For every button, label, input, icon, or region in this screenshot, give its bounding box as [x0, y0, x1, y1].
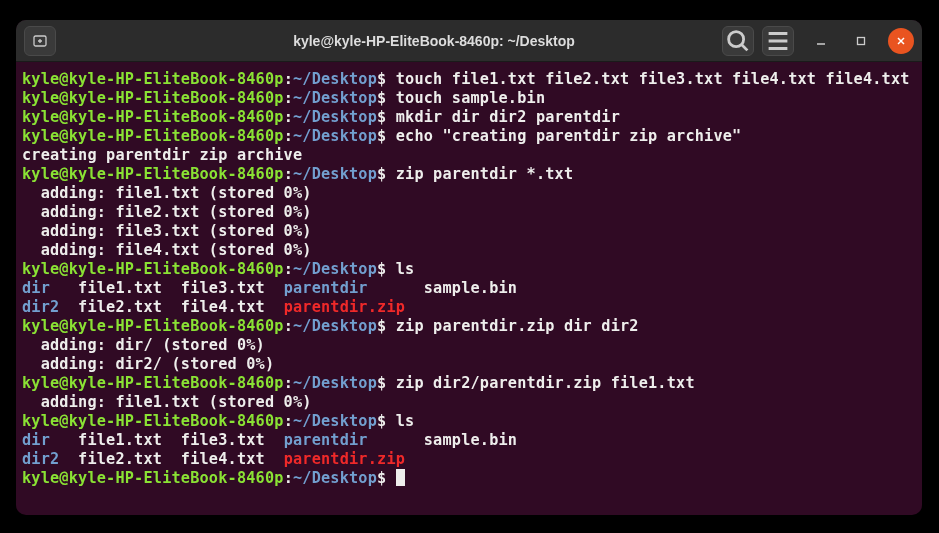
close-button[interactable]: [888, 28, 914, 54]
terminal-line: kyle@kyle-HP-EliteBook-8460p:~/Desktop$ …: [22, 374, 916, 393]
new-tab-icon: [32, 33, 48, 49]
ls-row: dir file1.txt file3.txt parentdir sample…: [22, 431, 916, 450]
hamburger-icon: [763, 26, 793, 56]
search-icon: [723, 26, 753, 56]
terminal-line: kyle@kyle-HP-EliteBook-8460p:~/Desktop$ …: [22, 165, 916, 184]
terminal-output: adding: dir2/ (stored 0%): [22, 355, 916, 374]
close-icon: [896, 36, 906, 46]
titlebar: kyle@kyle-HP-EliteBook-8460p: ~/Desktop: [16, 20, 922, 62]
terminal-line: kyle@kyle-HP-EliteBook-8460p:~/Desktop$ …: [22, 108, 916, 127]
terminal-line: kyle@kyle-HP-EliteBook-8460p:~/Desktop$ …: [22, 70, 916, 89]
terminal-body[interactable]: kyle@kyle-HP-EliteBook-8460p:~/Desktop$ …: [16, 62, 922, 496]
svg-rect-9: [858, 37, 865, 44]
terminal-output: adding: file1.txt (stored 0%): [22, 393, 916, 412]
terminal-output: adding: file3.txt (stored 0%): [22, 222, 916, 241]
terminal-window: kyle@kyle-HP-EliteBook-8460p: ~/Desktop: [16, 20, 922, 515]
terminal-line: kyle@kyle-HP-EliteBook-8460p:~/Desktop$ …: [22, 260, 916, 279]
svg-line-4: [742, 44, 748, 50]
minimize-button[interactable]: [808, 28, 834, 54]
terminal-output: creating parentdir zip archive: [22, 146, 916, 165]
terminal-line: kyle@kyle-HP-EliteBook-8460p:~/Desktop$ …: [22, 127, 916, 146]
minimize-icon: [816, 36, 826, 46]
maximize-button[interactable]: [848, 28, 874, 54]
terminal-output: adding: file2.txt (stored 0%): [22, 203, 916, 222]
terminal-line: kyle@kyle-HP-EliteBook-8460p:~/Desktop$ …: [22, 317, 916, 336]
terminal-line: kyle@kyle-HP-EliteBook-8460p:~/Desktop$: [22, 469, 916, 488]
menu-button[interactable]: [762, 26, 794, 56]
window-title: kyle@kyle-HP-EliteBook-8460p: ~/Desktop: [154, 33, 714, 49]
cursor: [396, 469, 405, 486]
maximize-icon: [856, 36, 866, 46]
terminal-line: kyle@kyle-HP-EliteBook-8460p:~/Desktop$ …: [22, 412, 916, 431]
terminal-output: adding: file4.txt (stored 0%): [22, 241, 916, 260]
terminal-output: adding: dir/ (stored 0%): [22, 336, 916, 355]
ls-row: dir file1.txt file3.txt parentdir sample…: [22, 279, 916, 298]
ls-row: dir2 file2.txt file4.txt parentdir.zip: [22, 450, 916, 469]
terminal-line: kyle@kyle-HP-EliteBook-8460p:~/Desktop$ …: [22, 89, 916, 108]
ls-row: dir2 file2.txt file4.txt parentdir.zip: [22, 298, 916, 317]
terminal-output: adding: file1.txt (stored 0%): [22, 184, 916, 203]
svg-point-3: [729, 31, 744, 46]
new-tab-button[interactable]: [24, 26, 56, 56]
search-button[interactable]: [722, 26, 754, 56]
